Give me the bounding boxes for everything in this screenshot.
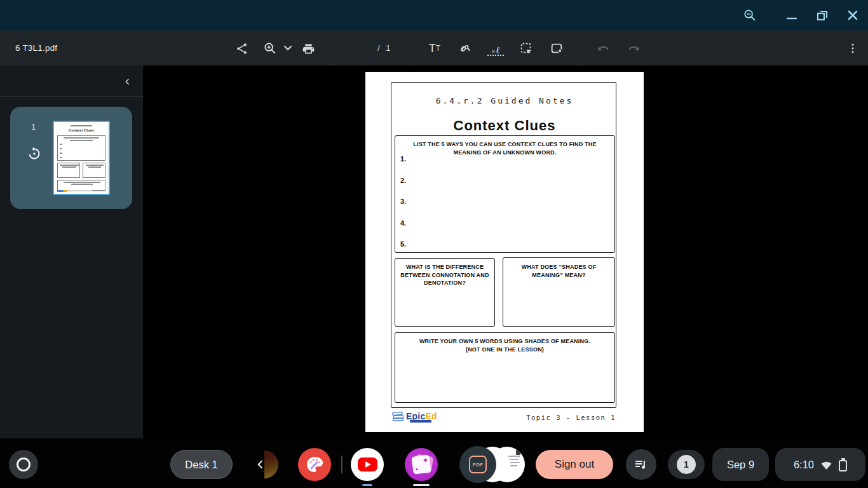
- date-label: Sep 9: [727, 459, 754, 471]
- list-number: 1.: [400, 155, 406, 163]
- pdf-toolbar: 6 T3L1.pdf 1 / 1 TT ×ℓ: [0, 30, 868, 65]
- undo-icon[interactable]: [595, 41, 611, 56]
- shades-prompt: WHAT DOES “SHADES OF MEANING” MEAN?: [514, 263, 604, 279]
- books-icon: [392, 411, 405, 421]
- partial-app-icon[interactable]: [264, 451, 278, 478]
- redo-icon[interactable]: [626, 41, 641, 56]
- list-ways-prompt: LIST THE 5 WAYS YOU CAN USE CONTEXT CLUE…: [406, 140, 604, 156]
- list-number: 2.: [400, 177, 406, 184]
- text-annotation-icon[interactable]: TT: [427, 41, 442, 56]
- write-your-own-box: WRITE YOUR OWN 5 WORDS USING SHADES OF M…: [395, 332, 615, 403]
- close-window-icon[interactable]: [845, 8, 860, 23]
- page-total-label: / 1: [377, 30, 392, 65]
- signature-icon[interactable]: ×ℓ: [487, 41, 504, 56]
- window-caption-bar: [0, 0, 868, 30]
- thumbnail-page-number: 1: [31, 122, 36, 132]
- worksheet-header: 6.4.r.2 Guided Notes: [365, 96, 644, 105]
- write-prompt-line1: WRITE YOUR OWN 5 WORDS USING SHADES OF M…: [395, 337, 614, 346]
- wifi-icon: [820, 458, 833, 471]
- youtube-running-indicator: [362, 484, 372, 486]
- gallery-active-indicator: [413, 484, 430, 486]
- date-button[interactable]: Sep 9: [712, 448, 769, 481]
- card-shape: ✦ ✦: [411, 454, 431, 475]
- canvas-app-icon[interactable]: [298, 448, 331, 481]
- sidebar-divider: [0, 96, 143, 97]
- desk-button[interactable]: Desk 1: [170, 450, 233, 479]
- sign-out-button[interactable]: Sign out: [536, 450, 613, 479]
- sparkle-icon: ✦: [422, 456, 429, 464]
- battery-icon: [839, 458, 847, 471]
- select-area-icon[interactable]: [519, 41, 534, 56]
- image-scan-icon[interactable]: [549, 41, 564, 56]
- time-label: 6:10: [794, 459, 814, 471]
- minimize-window-icon[interactable]: [784, 8, 799, 23]
- list-number: 3.: [400, 198, 406, 205]
- write-prompt-line2: (NOT ONE IN THE LESSON): [395, 346, 614, 354]
- restore-window-icon[interactable]: [815, 8, 830, 23]
- play-triangle-icon: [365, 461, 371, 468]
- draw-squiggle-icon[interactable]: [458, 41, 473, 56]
- list-ways-box: LIST THE 5 WAYS YOU CAN USE CONTEXT CLUE…: [395, 135, 615, 253]
- list-number: 4.: [400, 219, 406, 227]
- shades-of-meaning-box: WHAT DOES “SHADES OF MEANING” MEAN?: [503, 257, 615, 327]
- chromeos-shelf: Desk 1 ✦ ✦: [0, 438, 868, 488]
- share-icon[interactable]: [234, 41, 249, 56]
- pdf-page: 6.4.r.2 Guided Notes Context Clues LIST …: [365, 72, 644, 432]
- logo-tagline-bar: [410, 420, 431, 423]
- desk-label: Desk 1: [185, 459, 217, 471]
- youtube-play-badge: [358, 458, 377, 471]
- collapse-sidebar-icon[interactable]: [119, 74, 135, 89]
- worksheet-title: Context Clues: [365, 118, 644, 134]
- media-queue-icon[interactable]: [626, 449, 656, 480]
- launcher-button[interactable]: [9, 450, 38, 479]
- thumbnail-page-preview: Context Clues: [53, 121, 110, 195]
- more-menu-icon[interactable]: [845, 41, 860, 56]
- shelf-divider: [341, 456, 342, 473]
- zoom-in-icon[interactable]: [262, 41, 278, 56]
- print-icon[interactable]: [301, 41, 316, 56]
- youtube-app-icon[interactable]: [351, 448, 384, 481]
- connotation-prompt: WHAT IS THE DIFFERENCE BETWEEN CONNOTATI…: [398, 263, 491, 287]
- rotate-page-icon[interactable]: [27, 146, 42, 161]
- page-thumbnail-card[interactable]: 1 Context Clues: [10, 107, 132, 209]
- topic-lesson-label: Topic 3 - Lesson 1: [526, 414, 616, 421]
- notification-counter[interactable]: 1: [668, 450, 705, 479]
- pdf-badge: PDF: [469, 456, 487, 473]
- zoom-menu-caret-icon[interactable]: [280, 41, 295, 56]
- zoom-out-window-icon[interactable]: [742, 8, 757, 23]
- epiced-logo: EpicEd: [392, 409, 437, 423]
- launcher-circle-icon: [17, 458, 31, 471]
- sign-out-label: Sign out: [555, 458, 594, 471]
- thumbnail-sidebar: 1 Context Clues: [0, 65, 143, 438]
- connotation-box: WHAT IS THE DIFFERENCE BETWEEN CONNOTATI…: [395, 258, 495, 327]
- chromeos-screen: 6 T3L1.pdf 1 / 1 TT ×ℓ: [0, 0, 868, 488]
- file-name: 6 T3L1.pdf: [15, 30, 57, 65]
- gallery-app-icon[interactable]: ✦ ✦: [405, 448, 438, 481]
- pdf-app-icon[interactable]: PDF: [459, 446, 496, 483]
- list-number: 5.: [400, 240, 406, 248]
- notification-count-badge: 1: [677, 455, 696, 474]
- sparkle-icon: ✦: [414, 466, 419, 473]
- status-tray[interactable]: 6:10: [775, 448, 865, 481]
- viewer-area: 1 Context Clues: [0, 65, 868, 438]
